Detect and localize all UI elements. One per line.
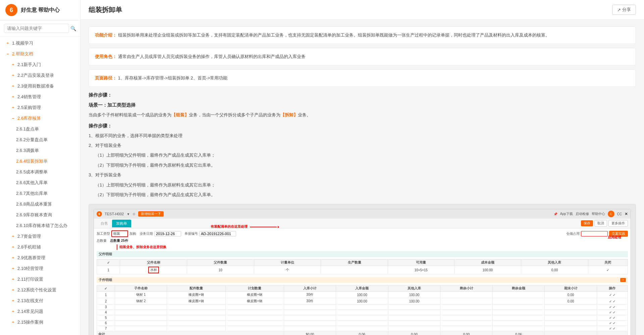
sidebar-item-new-user[interactable]: + 2.1新手入门 — [0, 59, 80, 70]
table-row: 6✓ ✓ — [97, 321, 628, 326]
table-row: 4✓ ✓ — [97, 310, 628, 315]
sidebar-item-video[interactable]: + 1.视频学习 — [0, 38, 80, 49]
sidebar-item-other-out[interactable]: 2.6.7其他出库单 — [0, 188, 80, 199]
window-close-btn[interactable]: ✕ — [625, 212, 628, 216]
table-row: 1 钢材 1 橡皮圈+钢 橡皮圈+钢 30件 100.00 100.00 — [97, 292, 628, 298]
sidebar-item-sales[interactable]: + 2.4销售管理 — [0, 92, 80, 102]
save-btn[interactable]: 保存 — [581, 220, 593, 226]
table-row: 3✓ ✓ — [97, 304, 628, 310]
sidebar-item-install[interactable]: + 2.2产品安装及登录 — [0, 70, 80, 81]
table1-header-label: 父件明细 — [97, 251, 628, 257]
tab-self-sale[interactable]: 自售 — [97, 220, 112, 227]
sidebar-item-transfer[interactable]: 2.6.3调拨单 — [0, 145, 80, 156]
table-row: 5✓ ✓ — [97, 315, 628, 321]
annotation-bom: 有装配清单的在这里处理 — [211, 224, 279, 229]
col-parent-qty: 父件数量 — [187, 260, 254, 266]
col-avail: 可用量 — [388, 260, 454, 266]
mock-titlebar: 6 TEST-H002 ▼ ⚙ 新增组装一下 📌 App下载 启动检修 帮助中心… — [94, 209, 631, 219]
sidebar-item-stock-check[interactable]: 2.6.9库存账本查询 — [0, 210, 80, 220]
sidebar-item-ops[interactable]: + 2.10经营管理 — [0, 263, 80, 274]
role-block: 使用角色： 通常由生产人员或库管人员完成拆装业务的操作，库管人员确认原材料的出库… — [89, 48, 636, 65]
expand-icon: − — [11, 116, 15, 121]
sidebar-item-faq[interactable]: + 2.14常见问题 — [0, 306, 80, 317]
order-type-field: 加工类型 组装 加购 — [97, 230, 136, 237]
sidebar-item-cost-recalc[interactable]: 2.6.8商品成本重算 — [0, 199, 80, 210]
sidebar-item-cases[interactable]: + 2.15操作案例 — [0, 317, 80, 328]
search-button[interactable]: 🔍 — [70, 26, 76, 31]
logo-icon: 6 — [5, 4, 17, 16]
sidebar-item-finance[interactable]: + 2.7资金管理 — [0, 231, 80, 242]
sidebar-item-inventory[interactable]: − 2.6库存核算 — [0, 113, 80, 124]
col-remain-sub: 剩余小计 — [440, 285, 493, 292]
tab-assembly-order[interactable]: 加购单 — [112, 220, 131, 227]
store-input[interactable] — [581, 231, 608, 236]
search-box: 🔍 — [0, 20, 80, 37]
child-items-table: ✓ 子件名称 配件数量 计划数量 入库小计 入库金额 其他入库 剩余小计 剩余金… — [97, 285, 628, 335]
sidebar-item-split-stocktake[interactable]: 2.6.2分量盘点单 — [0, 134, 80, 145]
step3-2: （2）下部明细为子件明细，最终作为产成品生成其它入库单。 — [95, 191, 636, 199]
path-label: 页面路径： — [95, 75, 117, 80]
col-other-in: 其他入库 — [521, 260, 588, 266]
expand-icon: + — [11, 234, 15, 239]
sidebar-item-other-in[interactable]: 2.6.6其他入库单 — [0, 177, 80, 188]
order-no-field: 单据编号 — [184, 231, 236, 236]
sidebar-item-data-prep[interactable]: + 2.3使用前数据准备 — [0, 81, 80, 92]
sidebar-item-cost-adjust[interactable]: 2.6.5成本调整单 — [0, 167, 80, 177]
sidebar-item-mobile[interactable]: + 2.8手机旺辅 — [0, 242, 80, 253]
cancel-btn[interactable]: 取消 — [594, 220, 607, 227]
content-area: 功能介绍： 组装拆卸单用来处理企业组装或拆卸等加工业务，支持有固定装配清单的产品… — [80, 20, 644, 335]
main-content: 组装拆卸单 ↗ 分享 功能介绍： 组装拆卸单用来处理企业组装或拆卸等加工业务，支… — [80, 0, 644, 335]
share-icon: ↗ — [617, 7, 621, 12]
search-input[interactable] — [4, 24, 69, 33]
expand-icon: + — [11, 84, 15, 89]
total-qty: 总数量 25件 — [110, 238, 128, 243]
col-unit: 计量单位 — [254, 260, 321, 266]
intro-text: 组装拆卸单用来处理企业组装或拆卸等加工业务，支持有固定装配清单的产品加工业务，也… — [118, 33, 550, 38]
sidebar-item-payment[interactable]: + 2.13在线支付 — [0, 295, 80, 306]
toolbar-right: 保存 取消 更多操作 — [581, 219, 628, 228]
step3-1: （1）上部明细为父件明细，最终作为原材料生成其它出库单； — [95, 181, 636, 189]
col-close: 关闭 — [588, 260, 628, 266]
expand-icon: + — [11, 62, 15, 67]
scene1-title: 场景一：加工类型选择 — [89, 102, 636, 108]
path-text: 1、库存核算->库存管理->组装拆卸单 2、首页->常用功能 — [118, 75, 228, 80]
sidebar-item-customize[interactable]: + 2.12系统个性化设置 — [0, 285, 80, 295]
intro-label: 功能介绍： — [95, 33, 117, 38]
date-input[interactable] — [154, 231, 181, 236]
expand-icon: + — [11, 256, 15, 260]
sidebar-item-assembly[interactable]: 2.6.4组装拆卸单 — [0, 156, 80, 167]
expand-icon: − — [5, 52, 10, 56]
tab-bar: 自售 加购单 保存 取消 更多操作 — [94, 219, 631, 228]
order-no-input[interactable] — [199, 231, 236, 236]
sidebar-item-stock-error[interactable]: 2.6.10库存账本错了怎么办 — [0, 220, 80, 231]
role-text: 通常由生产人员或库管人员完成拆装业务的操作，库管人员确认原材料的出库和产成品的入… — [118, 54, 306, 59]
ops-title: 操作步骤： — [89, 92, 636, 98]
col-check: ✓ — [97, 260, 120, 266]
step2-2: （2）下部明细为子件明细，最终作为原材料生成其它出库单。 — [95, 161, 636, 169]
new-assembly-btn[interactable]: 新增组装一下 — [138, 211, 164, 217]
sidebar-item-coupon[interactable]: + 2.9优惠券管理 — [0, 253, 80, 263]
col-in-sub: 入库小计 — [284, 285, 336, 292]
sidebar-item-purchase[interactable]: + 2.5采购管理 — [0, 102, 80, 113]
share-button[interactable]: ↗ 分享 — [612, 5, 636, 15]
annotation-enable: 启用处理 — [608, 235, 621, 240]
add-child-btn[interactable]: + — [620, 278, 626, 282]
step1: 1、根据不同的业务，选择不同单据的类型来处理 — [89, 132, 636, 139]
more-btn[interactable]: 更多操作 — [608, 220, 628, 227]
ops-steps-label: 操作步骤： — [89, 123, 636, 129]
sidebar-item-print[interactable]: + 2.11打印设置 — [0, 274, 80, 285]
main-header: 组装拆卸单 ↗ 分享 — [80, 0, 644, 20]
sidebar-item-stocktake[interactable]: 2.6.1盘点单 — [0, 124, 80, 134]
col-child-name: 子件名称 — [115, 285, 167, 292]
expand-icon: + — [11, 73, 15, 78]
expand-icon: + — [11, 266, 15, 271]
nav-section: + 1.视频学习 − 2.帮助文档 + 2.1新手入门 + 2.2产品安装及登录… — [0, 37, 80, 329]
field-row-1: 加工类型 组装 加购 业务日期 单据编号 — [97, 230, 628, 237]
order-type-input[interactable]: 组装 — [111, 230, 128, 237]
scene1-desc: 当由多个子件材料组装成一个成品的业务为【组装】业务，当由一个父件拆分成多个子产品… — [89, 111, 636, 119]
mock-screenshot: 6 TEST-H002 ▼ ⚙ 新增组装一下 📌 App下载 启动检修 帮助中心… — [89, 204, 636, 335]
col-in-amt: 入库金额 — [336, 285, 388, 292]
sidebar-item-docs[interactable]: − 2.帮助文档 — [0, 49, 80, 59]
expand-icon: + — [5, 41, 10, 46]
table-footer: 合计 $0.00 0.06 0.00 0.00 0.06 — [97, 331, 628, 335]
